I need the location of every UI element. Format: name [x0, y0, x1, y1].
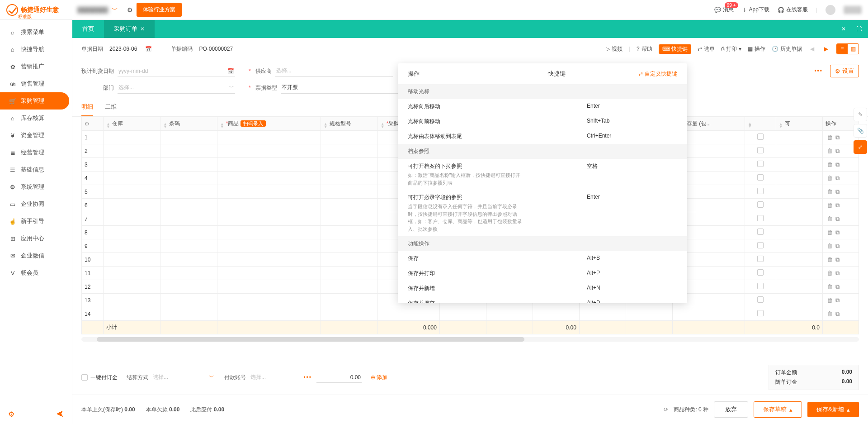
- delete-row-icon[interactable]: 🗑: [827, 161, 833, 168]
- col-header[interactable]: ▲▼可: [776, 117, 822, 131]
- company-selector[interactable]: ████████ ﹀: [72, 6, 123, 14]
- add-payment-line[interactable]: ⊕ 添加: [371, 374, 387, 381]
- trial-button[interactable]: 体验行业方案: [137, 3, 182, 17]
- delete-row-icon[interactable]: 🗑: [827, 297, 833, 304]
- sidebar-item-8[interactable]: ☰基础信息: [0, 161, 72, 178]
- print-link[interactable]: ⎙打印▾: [721, 45, 741, 53]
- invoice-select[interactable]: 不开票: [281, 82, 398, 94]
- rail-note-icon[interactable]: ✎: [854, 108, 867, 121]
- avatar[interactable]: [826, 5, 835, 15]
- next-doc[interactable]: ▶: [822, 46, 830, 52]
- sidebar-item-5[interactable]: ⌂库存核算: [0, 110, 72, 127]
- dept-select[interactable]: 选择... ﹀: [118, 82, 235, 94]
- sidebar-item-1[interactable]: ⌂快捷导航: [0, 41, 72, 58]
- calendar-icon[interactable]: 📅: [145, 46, 152, 52]
- checkbox-icon[interactable]: [757, 215, 764, 221]
- sidebar-item-14[interactable]: V畅会员: [0, 264, 72, 281]
- delete-row-icon[interactable]: 🗑: [827, 188, 833, 195]
- more-icon[interactable]: •••: [814, 68, 823, 74]
- delete-row-icon[interactable]: 🗑: [827, 310, 833, 317]
- checkbox-icon[interactable]: [757, 188, 764, 194]
- tab-home[interactable]: 首页: [72, 20, 104, 38]
- eta-input[interactable]: yyyy-mm-dd 📅: [118, 66, 235, 76]
- sidebar-item-6[interactable]: ¥资金管理: [0, 127, 72, 144]
- delete-row-icon[interactable]: 🗑: [827, 215, 833, 222]
- copy-row-icon[interactable]: ⧉: [835, 310, 840, 317]
- copy-row-icon[interactable]: ⧉: [835, 229, 840, 236]
- checkbox-icon[interactable]: [757, 147, 764, 153]
- delete-row-icon[interactable]: 🗑: [827, 134, 833, 141]
- scan-entry-badge[interactable]: 扫码录入: [241, 120, 266, 127]
- sidebar-item-7[interactable]: ≣经营管理: [0, 144, 72, 161]
- custom-shortcut-link[interactable]: ⇄自定义快捷键: [638, 70, 677, 78]
- history-link[interactable]: 🕑历史单据: [772, 45, 802, 53]
- save-draft-button[interactable]: 保存草稿▴: [754, 401, 802, 418]
- sidebar-item-9[interactable]: ⚙系统管理: [0, 178, 72, 195]
- tab-purchase-order[interactable]: 采购订单 ✕: [104, 20, 155, 38]
- delete-row-icon[interactable]: 🗑: [827, 148, 833, 154]
- doc-date-value[interactable]: 2023-06-06: [109, 46, 137, 52]
- sidebar-item-10[interactable]: ▭企业协同: [0, 195, 72, 213]
- copy-row-icon[interactable]: ⧉: [835, 215, 840, 222]
- copy-row-icon[interactable]: ⧉: [835, 270, 840, 276]
- checkbox-icon[interactable]: [757, 229, 764, 235]
- checkbox-icon[interactable]: [757, 201, 764, 208]
- sidebar-item-3[interactable]: 🛍销售管理: [0, 75, 72, 92]
- sidebar-item-2[interactable]: ✿营销推广: [0, 58, 72, 75]
- sidebar-item-12[interactable]: ⊞应用中心: [0, 230, 72, 247]
- delete-row-icon[interactable]: 🗑: [827, 243, 833, 249]
- tabs-close-all[interactable]: ✕: [837, 23, 850, 35]
- horizontal-scrollbar[interactable]: [81, 337, 859, 342]
- delete-row-icon[interactable]: 🗑: [827, 229, 833, 236]
- copy-row-icon[interactable]: ⧉: [835, 283, 840, 290]
- gear-icon[interactable]: ⚙: [127, 6, 133, 14]
- checkbox-icon[interactable]: [757, 283, 764, 289]
- table-row[interactable]: 14🗑⧉: [82, 307, 859, 321]
- copy-row-icon[interactable]: ⧉: [835, 202, 840, 209]
- discard-button[interactable]: 放弃: [714, 401, 748, 418]
- checkbox-icon[interactable]: [757, 242, 764, 248]
- col-header[interactable]: ▲▼仓库: [104, 117, 160, 131]
- copy-row-icon[interactable]: ⧉: [835, 188, 840, 195]
- help-link[interactable]: ?帮助: [637, 45, 652, 53]
- checkbox-icon[interactable]: [757, 296, 764, 303]
- refresh-icon[interactable]: ⟳: [664, 406, 668, 413]
- delete-row-icon[interactable]: 🗑: [827, 283, 833, 290]
- select-doc-link[interactable]: ⇄选单: [698, 45, 715, 53]
- account-amount[interactable]: 0.00: [316, 372, 362, 383]
- online-service-link[interactable]: 🎧 在线客服: [778, 6, 808, 14]
- checkbox-icon[interactable]: [757, 161, 764, 167]
- sidebar-collapse-icon[interactable]: ⮜: [57, 410, 64, 419]
- view-list[interactable]: ≡: [837, 44, 848, 54]
- save-new-button[interactable]: 保存&新增▴: [807, 402, 859, 417]
- checkbox-icon[interactable]: [757, 269, 764, 276]
- col-header[interactable]: ▲▼规格型号: [321, 117, 377, 131]
- video-link[interactable]: ▷视频: [606, 45, 623, 53]
- copy-row-icon[interactable]: ⧉: [835, 175, 840, 181]
- delete-row-icon[interactable]: 🗑: [827, 175, 833, 181]
- app-download-link[interactable]: ⭳ App下载: [742, 6, 769, 14]
- checkbox-icon[interactable]: [757, 310, 764, 316]
- copy-row-icon[interactable]: ⧉: [835, 161, 840, 168]
- one-click-deposit-checkbox[interactable]: 一键付订金: [81, 374, 118, 381]
- messages-link[interactable]: 💬 消息 99 +: [714, 6, 734, 14]
- col-header[interactable]: ▲▼: [745, 117, 776, 131]
- prev-doc[interactable]: ◀: [808, 46, 816, 52]
- rail-attach-icon[interactable]: 📎: [854, 124, 867, 138]
- sidebar-item-13[interactable]: ✉企业微信: [0, 247, 72, 264]
- copy-row-icon[interactable]: ⧉: [835, 297, 840, 304]
- copy-row-icon[interactable]: ⧉: [835, 134, 840, 141]
- copy-row-icon[interactable]: ⧉: [835, 243, 840, 249]
- shortcut-button[interactable]: ⌨ 快捷键: [659, 44, 691, 54]
- supplier-select[interactable]: 选择...: [275, 65, 393, 77]
- gear-icon[interactable]: ⚙: [85, 121, 90, 127]
- delete-row-icon[interactable]: 🗑: [827, 202, 833, 209]
- sidebar-item-4[interactable]: 🛒采购管理: [0, 92, 69, 110]
- action-link[interactable]: ▦操作: [748, 45, 765, 53]
- close-icon[interactable]: ✕: [140, 26, 145, 32]
- delete-row-icon[interactable]: 🗑: [827, 256, 833, 263]
- copy-row-icon[interactable]: ⧉: [835, 148, 840, 154]
- settle-select[interactable]: 选择... ﹀: [152, 372, 215, 383]
- rail-expand-icon[interactable]: ⤢: [854, 140, 867, 154]
- checkbox-icon[interactable]: [757, 133, 764, 140]
